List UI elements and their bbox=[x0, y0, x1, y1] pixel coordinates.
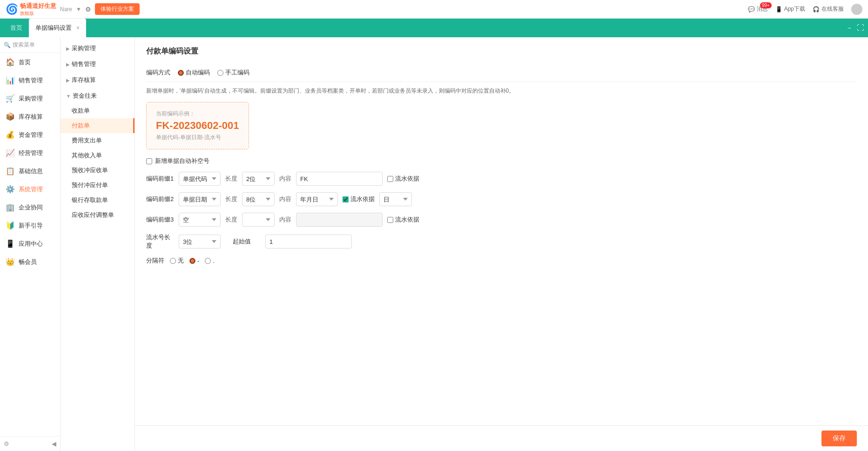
sidebar-item-operation[interactable]: 📈 经营管理 bbox=[0, 144, 60, 162]
sep-none-radio[interactable] bbox=[170, 258, 176, 264]
app-download-item[interactable]: 📱 App下载 bbox=[775, 5, 805, 13]
left-menu-header-sales[interactable]: ▶ 销售管理 bbox=[61, 57, 135, 72]
sidebar-item-inventory[interactable]: 📦 库存核算 bbox=[0, 108, 60, 126]
finance-icon: 💰 bbox=[6, 130, 15, 139]
sidebar-home-label: 首页 bbox=[19, 58, 31, 67]
arrow-icon: ▶ bbox=[66, 46, 70, 51]
left-menu-item-receipt[interactable]: 收款单 bbox=[61, 103, 135, 118]
waterfall-check-3[interactable]: 流水依据 bbox=[387, 215, 419, 224]
sidebar-item-sales[interactable]: 📊 销售管理 bbox=[0, 71, 60, 89]
prefix-select-1[interactable]: 单据代码 bbox=[179, 172, 221, 186]
code-preview-box: 当前编码示例： FK-20230602-001 单据代码-单据日期-流水号 bbox=[146, 102, 249, 149]
top-bar: 🌀 畅通道好生意 旗舰版 Nare ▼ ⚙ 体验行业方案 💬 消息 99+ 📱 … bbox=[0, 0, 868, 19]
notice-text: 新增单据时，'单据编码'自动生成，不可编辑。前缀设置为部门、业务员等档案类，开单… bbox=[146, 87, 857, 95]
manual-coding-input[interactable] bbox=[217, 70, 223, 76]
tab-home-label: 首页 bbox=[10, 24, 22, 32]
auto-fill-label: 新增单据自动补空号 bbox=[155, 157, 209, 165]
sidebar-item-basic[interactable]: 📋 基础信息 bbox=[0, 162, 60, 180]
bottom-bar: 保存 bbox=[135, 425, 868, 451]
sidebar-item-purchase[interactable]: 🛒 采购管理 bbox=[0, 89, 60, 108]
left-menu-header-purchase[interactable]: ▶ 采购管理 bbox=[61, 41, 135, 56]
auto-coding-label: 自动编码 bbox=[186, 68, 210, 77]
left-menu-item-prepay-payable[interactable]: 预付冲应付单 bbox=[61, 178, 135, 193]
app-download-label: App下载 bbox=[784, 5, 805, 13]
left-menu-label-inventory: 库存核算 bbox=[72, 76, 96, 84]
waterfall-check-1[interactable]: 流水依据 bbox=[387, 175, 419, 183]
sep-dash[interactable]: - bbox=[189, 257, 199, 264]
left-menu-item-receivable-adjust[interactable]: 应收应付调整单 bbox=[61, 208, 135, 222]
right-panel: 付款单编码设置 编码方式 自动编码 手工编码 bbox=[135, 37, 868, 451]
left-menu-header-capital[interactable]: ▼ 资金往来 bbox=[61, 88, 135, 103]
sidebar-item-system[interactable]: ⚙️ 系统管理 bbox=[0, 180, 60, 198]
user-avatar[interactable] bbox=[851, 4, 862, 15]
auto-coding-input[interactable] bbox=[178, 70, 184, 76]
sidebar-item-finance[interactable]: 💰 资金管理 bbox=[0, 126, 60, 144]
sep-dot[interactable]: . bbox=[205, 257, 215, 264]
left-menu-bank-deposit-label: 银行存取款单 bbox=[72, 196, 108, 203]
sidebar-inventory-label: 库存核算 bbox=[19, 113, 43, 121]
tab-maximize-icon[interactable]: ⛶ bbox=[857, 24, 864, 32]
online-service-item[interactable]: 🎧 在线客服 bbox=[813, 5, 844, 13]
sep-dash-radio[interactable] bbox=[189, 258, 195, 264]
sidebar-sales-label: 销售管理 bbox=[19, 76, 43, 85]
company-dropdown-icon[interactable]: ▼ bbox=[76, 6, 81, 13]
prefix-row-2: 编码前缀2 单据日期 长度 8位 内容 年月日 流水依据 bbox=[146, 192, 857, 206]
message-icon-item[interactable]: 💬 消息 99+ bbox=[748, 5, 768, 13]
app-name: 畅通道好生意 bbox=[20, 2, 56, 10]
serial-length-select[interactable]: 3位 bbox=[179, 235, 221, 249]
content-input-1[interactable] bbox=[296, 172, 383, 186]
prefix-select-2[interactable]: 单据日期 bbox=[179, 192, 221, 206]
tab-current[interactable]: 单据编码设置 × bbox=[29, 19, 86, 37]
left-menu-header-inventory[interactable]: ▶ 库存核算 bbox=[61, 73, 135, 88]
sep-none[interactable]: 无 bbox=[170, 256, 184, 265]
sidebar-settings-icon[interactable]: ⚙ bbox=[4, 440, 9, 447]
trial-button[interactable]: 体验行业方案 bbox=[95, 3, 140, 15]
page-title: 付款单编码设置 bbox=[146, 47, 857, 56]
serial-row: 流水号长度 3位 起始值 bbox=[146, 233, 857, 250]
left-menu-item-expense[interactable]: 费用支出单 bbox=[61, 133, 135, 148]
length-select-1[interactable]: 2位 bbox=[242, 172, 275, 186]
length-select-2[interactable]: 8位 bbox=[242, 192, 275, 206]
manual-coding-radio[interactable]: 手工编码 bbox=[217, 68, 249, 77]
sep-dot-radio[interactable] bbox=[205, 258, 211, 264]
app-center-icon: 📱 bbox=[6, 239, 15, 248]
day-select-2[interactable]: 日 bbox=[379, 192, 412, 206]
save-button[interactable]: 保存 bbox=[821, 431, 857, 446]
auto-coding-radio[interactable]: 自动编码 bbox=[178, 68, 210, 77]
left-menu-item-other-income[interactable]: 其他收入单 bbox=[61, 148, 135, 163]
waterfall-check-2[interactable]: 流水依据 bbox=[343, 195, 375, 203]
content-input-3 bbox=[296, 213, 383, 227]
sidebar-item-member[interactable]: 👑 畅会员 bbox=[0, 253, 60, 271]
tab-bar-right: － ⛶ bbox=[846, 23, 864, 33]
start-val-input[interactable] bbox=[265, 235, 352, 249]
sidebar-search[interactable]: 🔍 搜索菜单 bbox=[0, 37, 60, 53]
sidebar-item-home[interactable]: 🏠 首页 bbox=[0, 53, 60, 71]
sidebar-item-guide[interactable]: 🔰 新手引导 bbox=[0, 216, 60, 235]
prefix-label-2: 编码前缀2 bbox=[146, 195, 174, 203]
length-select-3[interactable] bbox=[242, 213, 275, 227]
left-menu-item-bank-deposit[interactable]: 银行存取款单 bbox=[61, 193, 135, 208]
sidebar-enterprise-label: 企业协同 bbox=[19, 203, 43, 212]
operation-icon: 📈 bbox=[6, 148, 15, 157]
waterfall-checkbox-2[interactable] bbox=[343, 196, 349, 202]
prefix-select-3[interactable]: 空 bbox=[179, 213, 221, 227]
sidebar-item-app-center[interactable]: 📱 应用中心 bbox=[0, 235, 60, 253]
sep-dash-label: - bbox=[197, 257, 199, 264]
tab-close-icon[interactable]: × bbox=[76, 25, 80, 31]
waterfall-checkbox-1[interactable] bbox=[387, 176, 393, 182]
sep-none-label: 无 bbox=[178, 256, 184, 265]
waterfall-checkbox-3[interactable] bbox=[387, 217, 393, 223]
preview-label: 当前编码示例： bbox=[156, 110, 239, 118]
tab-home[interactable]: 首页 bbox=[4, 19, 29, 37]
sidebar-item-enterprise[interactable]: 🏢 企业协同 bbox=[0, 198, 60, 216]
left-menu-item-prepay-receivable[interactable]: 预收冲应收单 bbox=[61, 163, 135, 178]
content-select-2[interactable]: 年月日 bbox=[296, 192, 338, 206]
length-label-1: 长度 bbox=[225, 175, 237, 183]
auto-fill-checkbox[interactable] bbox=[146, 158, 152, 164]
sidebar-purchase-label: 采购管理 bbox=[19, 94, 43, 103]
settings-icon[interactable]: ⚙ bbox=[85, 6, 91, 13]
left-menu-item-payment[interactable]: 付款单 bbox=[61, 118, 135, 133]
main-content: 付款单编码设置 编码方式 自动编码 手工编码 bbox=[135, 37, 868, 425]
tab-minimize-icon[interactable]: － bbox=[846, 23, 853, 33]
sidebar-collapse-icon[interactable]: ◀ bbox=[52, 440, 56, 447]
